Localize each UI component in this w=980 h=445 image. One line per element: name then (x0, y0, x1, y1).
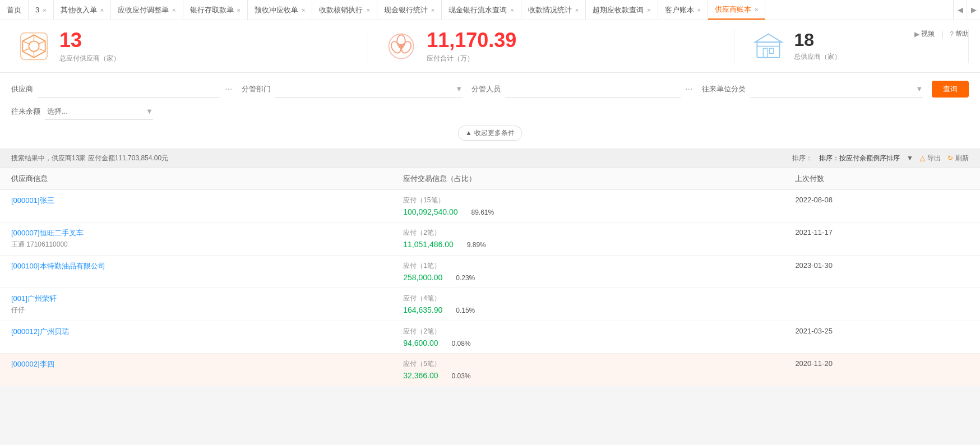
close-icon[interactable]: × (172, 7, 175, 13)
svg-rect-17 (769, 48, 773, 53)
nav-item-supplier-ledger[interactable]: 供应商账本 × (708, 0, 765, 20)
close-icon[interactable]: × (431, 7, 434, 13)
transaction-cell: 应付（2笔）94,600.000.08% (392, 321, 784, 353)
amount-percent: 89.61% (471, 208, 494, 216)
supplier-link[interactable]: [000012]广州贝瑞 (11, 327, 69, 336)
filter-dept: 分管部门 ▼ (242, 81, 463, 98)
amount-value[interactable]: 11,051,486.00 (403, 240, 454, 249)
nav-prev-arrow[interactable]: ◀ (953, 0, 967, 20)
amount-value[interactable]: 32,366.00 (403, 371, 438, 380)
table-row: [000002]李四应付（5笔）32,366.000.03%2020-11-20 (0, 353, 980, 386)
stat-label-1: 总应付供应商（家） (59, 54, 120, 63)
close-icon[interactable]: × (575, 7, 579, 13)
collapse-button[interactable]: ▲ 收起更多条件 (458, 126, 522, 141)
svg-rect-14 (757, 42, 779, 58)
nav-item-ap-adjustment[interactable]: 应收应付调整单 × (111, 0, 183, 20)
person-dots[interactable]: ··· (685, 84, 692, 94)
nav-item-3[interactable]: 3 × (29, 0, 54, 20)
nav-item-home[interactable]: 首页 (0, 0, 29, 20)
nav-item-cash-stat[interactable]: 现金银行统计 × (377, 0, 442, 20)
help-link[interactable]: ? 帮助 (950, 29, 969, 39)
balance-input[interactable] (45, 107, 144, 115)
close-icon[interactable]: × (647, 7, 650, 13)
stat-label-3: 总供应商（家） (794, 52, 841, 62)
transaction-cell: 应付（4笔）164,635.900.15% (392, 288, 784, 321)
close-icon[interactable]: × (237, 7, 241, 13)
close-icon[interactable]: × (755, 6, 758, 13)
nav-item-overdue[interactable]: 超期应收款查询 × (586, 0, 658, 20)
dept-arrow-icon[interactable]: ▼ (455, 85, 463, 93)
close-icon[interactable]: × (43, 7, 46, 13)
stat-info-3: 18 总供应商（家） (794, 30, 841, 62)
transaction-cell: 应付（1笔）258,000.000.23% (392, 255, 784, 288)
close-icon[interactable]: × (510, 7, 514, 13)
svg-line-8 (39, 41, 45, 44)
supplier-link[interactable]: [000001]张三 (11, 196, 54, 205)
export-icon: △ (920, 154, 925, 162)
category-arrow-icon[interactable]: ▼ (916, 85, 923, 93)
person-label: 分管人员 (471, 84, 501, 94)
amount-percent: 0.03% (451, 372, 470, 380)
supplier-dots[interactable]: ··· (225, 84, 232, 94)
col-supplier: 供应商信息 (0, 168, 392, 190)
supplier-input[interactable] (38, 81, 220, 98)
payable-note: 应付（4笔） (403, 294, 773, 303)
table-row: [000100]本特勤油品有限公司应付（1笔）258,000.000.23%20… (0, 255, 980, 288)
refresh-button[interactable]: ↻ 刷新 (947, 154, 969, 163)
supplier-cell: [000007]恒旺二手叉车王通 17106110000 (0, 222, 392, 255)
person-input[interactable] (505, 81, 681, 98)
category-input[interactable] (750, 85, 914, 93)
supplier-sub-info: 仔仔 (11, 305, 381, 315)
svg-line-7 (22, 49, 29, 52)
result-actions: 排序： 排序：按应付余额倒序排序 ▼ △ 导出 ↻ 刷新 (792, 154, 969, 163)
last-pay-date: 2022-08-08 (784, 189, 980, 222)
last-pay-date: 2020-11-20 (784, 353, 980, 386)
balance-select-wrap: ▼ (45, 103, 153, 120)
table-row: [000007]恒旺二手叉车王通 17106110000应付（2笔）11,051… (0, 222, 980, 255)
amount-value[interactable]: 100,092,540.00 (403, 207, 457, 216)
dept-input[interactable] (275, 85, 454, 93)
nav-next-arrow[interactable]: ▶ (967, 0, 980, 20)
balance-arrow-icon[interactable]: ▼ (146, 107, 153, 115)
nav-item-cash-flow[interactable]: 现金银行流水查询 × (442, 0, 521, 20)
last-pay-date: 2023-01-30 (784, 255, 980, 288)
nav-item-collection[interactable]: 收款核销执行 × (312, 0, 377, 20)
stat-block-1: 13 总应付供应商（家） (11, 29, 367, 63)
nav-arrows: ◀ ▶ (953, 0, 980, 20)
payable-note: 应付（15笔） (403, 196, 773, 205)
close-icon[interactable]: × (100, 7, 104, 13)
sort-value[interactable]: 排序：按应付余额倒序排序 (819, 154, 900, 163)
category-select-wrap: ▼ (750, 81, 923, 98)
video-link[interactable]: ▶ 视频 (914, 29, 935, 39)
nav-item-prepay[interactable]: 预收冲应收单 × (248, 0, 312, 20)
nav-item-other-income[interactable]: 其他收入单 × (54, 0, 111, 20)
transaction-cell: 应付（15笔）100,092,540.0089.61% (392, 189, 784, 222)
nav-item-recv-stat[interactable]: 收款情况统计 × (521, 0, 586, 20)
stat-number-3: 18 (794, 30, 841, 50)
nav-item-customer-ledger[interactable]: 客户账本 × (658, 0, 708, 20)
supplier-cell: [000002]李四 (0, 353, 392, 386)
query-button[interactable]: 查询 (932, 81, 969, 98)
supplier-label: 供应商 (11, 84, 33, 94)
supplier-link[interactable]: [000007]恒旺二手叉车 (11, 229, 84, 237)
close-icon[interactable]: × (366, 7, 369, 13)
close-icon[interactable]: × (697, 7, 701, 13)
filter-area: 供应商 ··· 分管部门 ▼ 分管人员 ··· 往来单位分类 ▼ 查询 往来 (0, 73, 980, 149)
close-icon[interactable]: × (302, 7, 305, 13)
export-button[interactable]: △ 导出 (920, 154, 941, 163)
supplier-link[interactable]: [001]广州荣轩 (11, 294, 57, 303)
transaction-cell: 应付（5笔）32,366.000.03% (392, 353, 784, 386)
payable-note: 应付（1笔） (403, 261, 773, 271)
store-icon (751, 29, 785, 63)
separator: | (941, 30, 943, 38)
amount-percent: 0.08% (451, 340, 470, 347)
result-text: 搜索结果中，供应商13家 应付金额111,703,854.00元 (11, 154, 168, 163)
amount-value[interactable]: 258,000.00 (403, 273, 442, 282)
nav-item-bank-deposit[interactable]: 银行存取款单 × (183, 0, 248, 20)
supplier-link[interactable]: [000002]李四 (11, 360, 54, 368)
stat-label-2: 应付合计（万） (427, 54, 516, 63)
sort-arrow-icon[interactable]: ▼ (907, 154, 913, 162)
supplier-link[interactable]: [000100]本特勤油品有限公司 (11, 262, 105, 270)
amount-value[interactable]: 94,600.00 (403, 339, 438, 347)
amount-value[interactable]: 164,635.90 (403, 305, 442, 314)
